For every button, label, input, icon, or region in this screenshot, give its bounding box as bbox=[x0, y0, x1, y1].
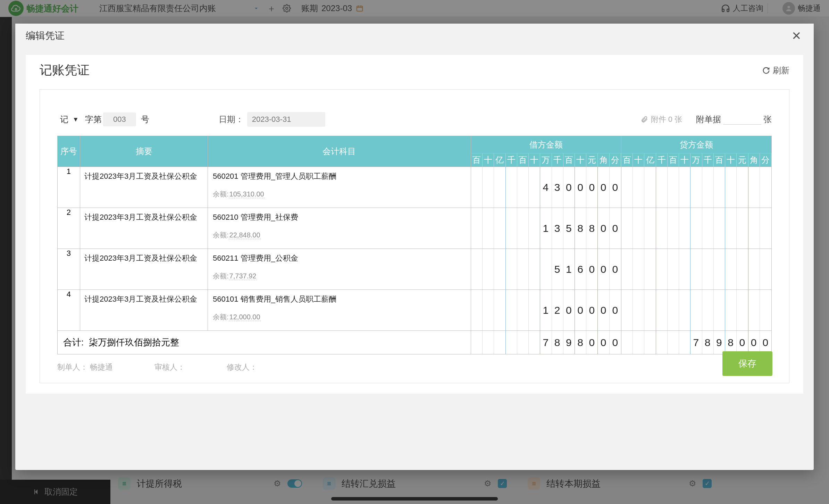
row-summary[interactable]: 计提2023年3月工资及社保公积金 bbox=[80, 167, 208, 208]
total-label: 合计: bbox=[63, 337, 84, 347]
close-icon[interactable]: ✕ bbox=[789, 29, 803, 43]
modal-header: 编辑凭证 ✕ bbox=[15, 24, 814, 48]
supplement-label: 附单据 bbox=[696, 114, 721, 125]
voucher-frame: 记 ▼ 字第 号 日期： 附件 0 张 附单据 bbox=[40, 89, 789, 383]
voucher-date-input[interactable] bbox=[247, 112, 325, 127]
total-row: 合计: 柒万捌仟玖佰捌拾元整 7898000 7898000 bbox=[58, 331, 772, 354]
attachment-count: 附件 0 张 bbox=[651, 114, 682, 125]
maker-label: 制单人： bbox=[57, 363, 88, 371]
modal-title: 编辑凭证 bbox=[26, 29, 65, 42]
row-subject[interactable]: 560211 管理费用_公积金余额:7,737.92 bbox=[208, 249, 471, 290]
voucher-title: 记账凭证 bbox=[40, 62, 90, 79]
table-row[interactable]: 3计提2023年3月工资及社保公积金560211 管理费用_公积金余额:7,73… bbox=[58, 249, 772, 290]
edit-voucher-modal: 编辑凭证 ✕ 记账凭证 刷新 记 ▼ 字第 bbox=[15, 24, 814, 470]
refresh-button[interactable]: 刷新 bbox=[762, 65, 789, 76]
voucher-type-selector[interactable]: 记 ▼ 字第 号 bbox=[57, 112, 149, 127]
col-summary-header: 摘要 bbox=[80, 136, 208, 167]
modifier-label: 修改人： bbox=[227, 362, 257, 372]
voucher-type-label: 记 bbox=[57, 112, 71, 127]
row-credit[interactable] bbox=[621, 290, 771, 331]
zidi-label: 字第 bbox=[85, 114, 102, 125]
col-index-header: 序号 bbox=[58, 136, 80, 167]
zhang-label: 张 bbox=[763, 114, 772, 125]
row-summary[interactable]: 计提2023年3月工资及社保公积金 bbox=[80, 290, 208, 331]
col-debit-header: 借方金额 bbox=[471, 136, 621, 153]
table-row[interactable]: 1计提2023年3月工资及社保公积金560201 管理费用_管理人员职工薪酬余额… bbox=[58, 167, 772, 208]
row-credit[interactable] bbox=[621, 167, 771, 208]
row-index: 1 bbox=[58, 167, 80, 208]
voucher-footer-info: 制单人： 畅捷通 审核人： 修改人： bbox=[57, 362, 772, 372]
table-row[interactable]: 4计提2023年3月工资及社保公积金560101 销售费用_销售人员职工薪酬余额… bbox=[58, 290, 772, 331]
row-index: 2 bbox=[58, 208, 80, 249]
row-debit[interactable]: 4300000 bbox=[471, 167, 621, 208]
modal-overlay: 编辑凭证 ✕ 记账凭证 刷新 记 ▼ 字第 bbox=[0, 0, 829, 504]
row-subject[interactable]: 560210 管理费用_社保费余额:22,848.00 bbox=[208, 208, 471, 249]
row-index: 4 bbox=[58, 290, 80, 331]
row-summary[interactable]: 计提2023年3月工资及社保公积金 bbox=[80, 208, 208, 249]
hao-label: 号 bbox=[141, 114, 149, 125]
row-summary[interactable]: 计提2023年3月工资及社保公积金 bbox=[80, 249, 208, 290]
row-subject[interactable]: 560201 管理费用_管理人员职工薪酬余额:105,310.00 bbox=[208, 167, 471, 208]
home-indicator bbox=[331, 497, 498, 501]
maker-value: 畅捷通 bbox=[90, 363, 113, 371]
table-row[interactable]: 2计提2023年3月工资及社保公积金560210 管理费用_社保费余额:22,8… bbox=[58, 208, 772, 249]
attachment-link[interactable]: 附件 0 张 bbox=[640, 114, 682, 125]
row-debit[interactable]: 1358800 bbox=[471, 208, 621, 249]
row-debit[interactable]: 516000 bbox=[471, 249, 621, 290]
reviewer-label: 审核人： bbox=[154, 362, 185, 372]
voucher-table: 序号 摘要 会计科目 借方金额 贷方金额 百十亿千百十万千百十元角分百十亿千百十… bbox=[57, 136, 772, 354]
voucher-number-input[interactable] bbox=[103, 112, 136, 126]
row-index: 3 bbox=[58, 249, 80, 290]
col-credit-header: 贷方金额 bbox=[621, 136, 771, 153]
row-debit[interactable]: 1200000 bbox=[471, 290, 621, 331]
save-button[interactable]: 保存 bbox=[722, 351, 772, 376]
voucher-meta: 记 ▼ 字第 号 日期： 附件 0 张 附单据 bbox=[57, 112, 772, 127]
row-credit[interactable] bbox=[621, 208, 771, 249]
date-label: 日期： bbox=[219, 114, 244, 125]
row-credit[interactable] bbox=[621, 249, 771, 290]
caret-down-icon: ▼ bbox=[73, 116, 79, 123]
col-subject-header: 会计科目 bbox=[208, 136, 471, 167]
total-words: 柒万捌仟玖佰捌拾元整 bbox=[89, 337, 179, 347]
voucher-card: 记账凭证 刷新 记 ▼ 字第 号 bbox=[26, 55, 803, 394]
supplement-input[interactable] bbox=[723, 114, 761, 125]
refresh-label: 刷新 bbox=[773, 65, 789, 76]
row-subject[interactable]: 560101 销售费用_销售人员职工薪酬余额:12,000.00 bbox=[208, 290, 471, 331]
